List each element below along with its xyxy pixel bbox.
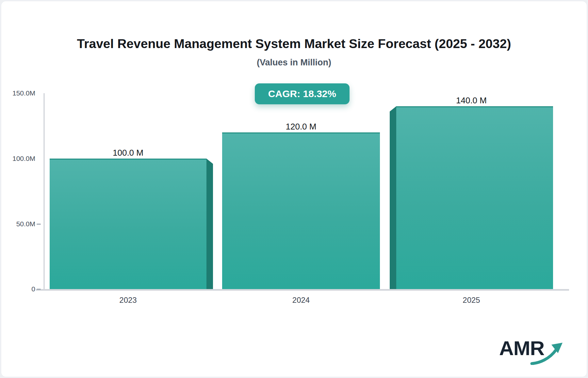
y-axis-tick-50m — [37, 224, 41, 225]
y-axis-label-100m: 100.0M — [0, 154, 35, 163]
bar-2023-side-shadow — [206, 159, 213, 289]
x-axis-label-2024: 2024 — [222, 296, 380, 305]
x-axis-line — [36, 289, 569, 291]
bar-2024[interactable] — [222, 132, 380, 289]
y-axis-label-0: 0 — [0, 285, 35, 293]
bar-2025-side-shadow — [390, 106, 396, 289]
bar-2024-value-label: 120.0 M — [222, 122, 380, 131]
y-axis-tick-0 — [37, 289, 41, 290]
bar-2023-value-label: 100.0 M — [50, 148, 206, 158]
cagr-badge: CAGR: 18.32% — [255, 83, 350, 104]
bar-2025[interactable] — [396, 106, 553, 289]
growth-arrow-icon — [526, 339, 564, 365]
amr-logo: AMR — [499, 337, 568, 366]
y-axis-label-50m: 50.0M — [0, 220, 35, 228]
y-axis-label-150m: 150.0M — [0, 89, 35, 97]
y-axis-line — [43, 93, 45, 291]
chart-subtitle: (Values in Million) — [0, 58, 588, 67]
chart-title: Travel Revenue Management System Market … — [0, 37, 588, 51]
bar-2025-value-label: 140.0 M — [390, 95, 553, 105]
x-axis-label-2025: 2025 — [390, 296, 553, 305]
bar-2023[interactable] — [50, 159, 206, 289]
x-axis-label-2023: 2023 — [50, 296, 206, 305]
chart-stage: Travel Revenue Management System Market … — [0, 0, 588, 378]
